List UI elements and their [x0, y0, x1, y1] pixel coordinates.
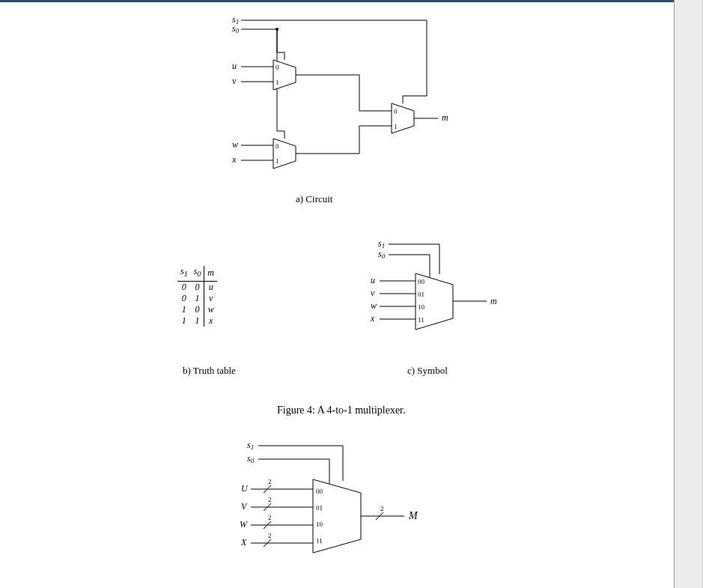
svg-text:2: 2: [268, 496, 272, 503]
svg-text:V: V: [241, 501, 248, 512]
label-v: v: [232, 76, 237, 86]
figure-caption: Figure 4: A 4-to-1 multiplexer.: [277, 404, 406, 416]
svg-text:11: 11: [316, 537, 323, 545]
svg-text:11: 11: [418, 316, 424, 324]
svg-text:W: W: [240, 519, 248, 530]
window-topbar: [0, 0, 674, 2]
svg-text:1: 1: [276, 157, 279, 165]
svg-text:10: 10: [418, 303, 425, 311]
svg-text:2: 2: [380, 505, 384, 512]
label-u: u: [232, 61, 237, 71]
svg-text:X: X: [240, 537, 247, 548]
svg-text:2: 2: [268, 514, 272, 521]
label-w: w: [232, 139, 238, 150]
svg-text:0: 0: [276, 142, 279, 150]
svg-text:s0: s0: [247, 453, 255, 464]
svg-text:m: m: [490, 296, 497, 306]
svg-text:s1: s1: [378, 238, 385, 249]
symbol-diagram-c: s1 s0 u 00 v 01 w 10 x 11 m: [326, 236, 520, 356]
svg-text:M: M: [408, 510, 419, 521]
table-row: 00u: [177, 282, 217, 294]
caption-c: c) Symbol: [407, 365, 448, 377]
svg-text:x: x: [370, 313, 375, 324]
table-row: 11x: [177, 315, 217, 327]
svg-text:1: 1: [276, 79, 279, 86]
svg-text:s1: s1: [247, 440, 254, 451]
svg-text:01: 01: [316, 504, 323, 512]
svg-text:2: 2: [268, 478, 272, 485]
svg-text:0: 0: [394, 108, 398, 115]
svg-text:v: v: [371, 288, 375, 298]
circuit-diagram-a: s1 s0 u 0 v 1 w 0 x 1: [210, 15, 449, 187]
caption-b: b) Truth table: [183, 365, 236, 377]
svg-text:1: 1: [394, 123, 398, 130]
label-x: x: [231, 154, 237, 165]
svg-text:u: u: [371, 275, 375, 285]
svg-text:s0: s0: [378, 249, 386, 260]
svg-text:01: 01: [418, 291, 424, 298]
table-row: 10w: [177, 304, 217, 315]
svg-text:0: 0: [276, 64, 279, 71]
symbol-diagram-bottom: s1 s0 U 2 00 V 2 01 W 2 10 X 2 11 2: [217, 434, 457, 577]
truth-table: s1 s0 m 00u 01v 10w 11x: [177, 266, 217, 327]
svg-text:2: 2: [268, 532, 272, 539]
svg-text:10: 10: [316, 521, 323, 528]
caption-a: a) Circuit: [296, 193, 332, 205]
svg-text:00: 00: [316, 488, 323, 495]
svg-text:00: 00: [418, 278, 425, 285]
svg-text:U: U: [241, 483, 249, 494]
table-row: 01v: [177, 293, 217, 304]
document-page: s1 s0 u 0 v 1 w 0 x 1: [0, 0, 675, 588]
svg-text:w: w: [371, 300, 377, 311]
label-m: m: [442, 112, 448, 123]
